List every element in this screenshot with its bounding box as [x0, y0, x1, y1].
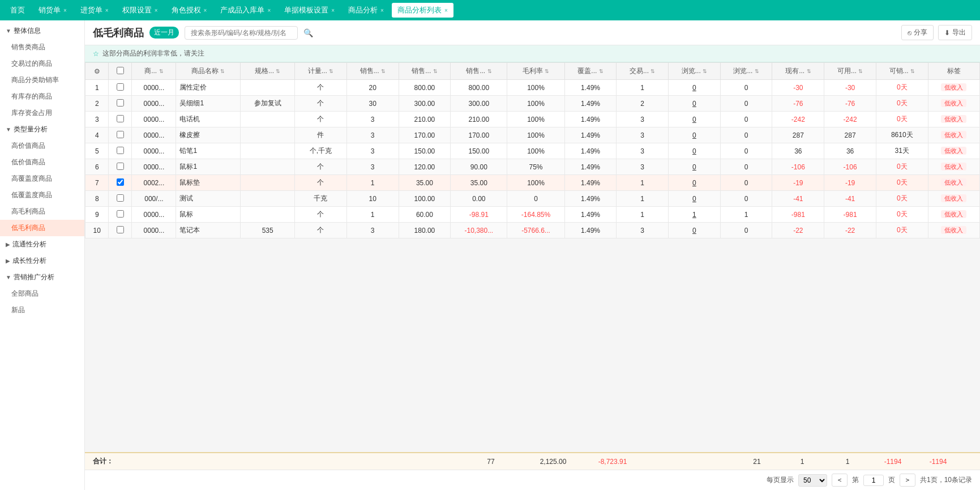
row-checkbox-cell[interactable]	[109, 80, 132, 96]
sidebar-group-type-analysis[interactable]: ▼ 类型量分析	[0, 121, 84, 138]
close-icon[interactable]: ×	[380, 7, 384, 14]
sidebar-item-category-sales-rate[interactable]: 商品分类助销率	[0, 72, 84, 88]
search-icon[interactable]: 🔍	[303, 28, 313, 37]
row-checkbox-cell[interactable]	[109, 191, 132, 207]
row-checkbox-cell[interactable]	[109, 96, 132, 112]
row-browse1[interactable]: 0	[669, 127, 721, 143]
col-stock-avail-header[interactable]: 可用... ⇅	[824, 63, 876, 80]
sidebar-item-sales-goods[interactable]: 销售类商品	[0, 39, 84, 56]
col-unit-header[interactable]: 计量... ⇅	[295, 63, 347, 80]
row-name[interactable]: 橡皮擦	[176, 127, 241, 143]
col-tag-header[interactable]: 标签	[928, 63, 979, 80]
share-button[interactable]: ⎋ 分享	[901, 25, 934, 40]
row-checkbox[interactable]	[117, 210, 124, 218]
sidebar-group-marketing[interactable]: ▼ 营销推广分析	[0, 269, 84, 286]
row-browse1[interactable]: 0	[669, 191, 721, 207]
row-checkbox-cell[interactable]	[109, 143, 132, 159]
col-trade-header[interactable]: 交易... ⇅	[617, 63, 669, 80]
sidebar-item-low-value[interactable]: 低价值商品	[0, 154, 84, 171]
row-checkbox[interactable]	[117, 147, 124, 154]
row-checkbox[interactable]	[117, 131, 124, 138]
row-checkbox-cell[interactable]	[109, 159, 132, 175]
col-stock-cur-header[interactable]: 现有... ⇅	[772, 63, 824, 80]
row-name[interactable]: 鼠标垫	[176, 175, 241, 191]
col-code-header[interactable]: 商... ⇅	[132, 63, 176, 80]
col-settings[interactable]: ⚙	[85, 63, 109, 80]
row-checkbox[interactable]	[117, 163, 124, 170]
sidebar-item-high-coverage[interactable]: 高覆盖度商品	[0, 171, 84, 187]
sidebar-item-stocked-goods[interactable]: 有库存的商品	[0, 88, 84, 105]
row-checkbox-cell[interactable]	[109, 175, 132, 191]
row-name[interactable]: 属性定价	[176, 80, 241, 96]
sidebar-group-growth[interactable]: ▶ 成长性分析	[0, 253, 84, 269]
sidebar-item-all-goods[interactable]: 全部商品	[0, 286, 84, 302]
col-checkbox[interactable]	[109, 63, 132, 80]
row-browse1[interactable]: 0	[669, 175, 721, 191]
next-page-button[interactable]: ＞	[900, 474, 915, 487]
nav-product-analysis[interactable]: 商品分析 ×	[343, 3, 390, 18]
row-browse1[interactable]: 0	[669, 80, 721, 96]
sidebar-item-low-margin[interactable]: 低毛利商品	[0, 220, 84, 236]
row-name[interactable]: 铅笔1	[176, 143, 241, 159]
close-icon[interactable]: ×	[267, 7, 271, 14]
col-stock-sale-header[interactable]: 可销... ⇅	[876, 63, 928, 80]
col-browse1-header[interactable]: 浏览... ⇅	[669, 63, 721, 80]
nav-home[interactable]: 首页	[5, 3, 31, 18]
row-name[interactable]: 吴细细1	[176, 96, 241, 112]
page-number-input[interactable]	[863, 475, 884, 486]
sidebar-item-high-margin[interactable]: 高毛利商品	[0, 203, 84, 220]
close-icon[interactable]: ×	[63, 7, 67, 14]
per-page-select[interactable]: 50 100	[798, 474, 827, 487]
col-spec-header[interactable]: 规格... ⇅	[241, 63, 295, 80]
nav-role-auth[interactable]: 角色授权 ×	[166, 3, 213, 18]
row-browse1[interactable]: 0	[669, 223, 721, 238]
sidebar-item-stock-capital[interactable]: 库存资金占用	[0, 105, 84, 121]
nav-product-analysis-list[interactable]: 商品分析列表 ×	[392, 3, 453, 18]
col-coverage-header[interactable]: 覆盖... ⇅	[564, 63, 617, 80]
row-checkbox[interactable]	[117, 178, 124, 186]
col-sales-amt-header[interactable]: 销售... ⇅	[399, 63, 451, 80]
row-checkbox[interactable]	[117, 99, 124, 106]
col-name-header[interactable]: 商品名称 ⇅	[176, 63, 241, 80]
close-icon[interactable]: ×	[155, 7, 158, 14]
col-browse2-header[interactable]: 浏览... ⇅	[720, 63, 772, 80]
col-gross-rate-header[interactable]: 毛利率 ⇅	[507, 63, 564, 80]
close-icon[interactable]: ×	[444, 7, 448, 14]
prev-page-button[interactable]: ＜	[832, 474, 848, 487]
col-sales-qty-header[interactable]: 销售... ⇅	[346, 63, 399, 80]
nav-product-stock[interactable]: 产成品入库单 ×	[215, 3, 276, 18]
close-icon[interactable]: ×	[105, 7, 109, 14]
sidebar-item-high-value[interactable]: 高价值商品	[0, 138, 84, 154]
row-browse1[interactable]: 0	[669, 143, 721, 159]
row-browse1[interactable]: 0	[669, 96, 721, 112]
close-icon[interactable]: ×	[204, 7, 207, 14]
export-button[interactable]: ⬇ 导出	[938, 25, 972, 40]
row-name[interactable]: 电话机	[176, 112, 241, 127]
select-all-checkbox[interactable]	[117, 67, 124, 74]
row-checkbox-cell[interactable]	[109, 112, 132, 127]
row-name[interactable]: 测试	[176, 191, 241, 207]
row-checkbox-cell[interactable]	[109, 207, 132, 223]
close-icon[interactable]: ×	[331, 7, 335, 14]
row-name[interactable]: 鼠标1	[176, 159, 241, 175]
row-browse1[interactable]: 0	[669, 112, 721, 127]
col-sales-profit-header[interactable]: 销售... ⇅	[451, 63, 507, 80]
row-checkbox[interactable]	[117, 226, 124, 233]
nav-purchase-order[interactable]: 进货单 ×	[75, 3, 114, 18]
sidebar-item-low-coverage[interactable]: 低覆盖度商品	[0, 187, 84, 203]
row-name[interactable]: 鼠标	[176, 207, 241, 223]
row-checkbox-cell[interactable]	[109, 223, 132, 238]
row-checkbox[interactable]	[117, 194, 124, 202]
sidebar-item-traded-goods[interactable]: 交易过的商品	[0, 56, 84, 72]
row-checkbox[interactable]	[117, 115, 124, 122]
row-name[interactable]: 笔记本	[176, 223, 241, 238]
search-input[interactable]	[185, 26, 298, 40]
sidebar-group-overall[interactable]: ▼ 整体信息	[0, 23, 84, 39]
nav-template-settings[interactable]: 单据模板设置 ×	[279, 3, 340, 18]
nav-permission-settings[interactable]: 权限设置 ×	[117, 3, 164, 18]
row-browse1[interactable]: 0	[669, 159, 721, 175]
row-checkbox-cell[interactable]	[109, 127, 132, 143]
sidebar-item-new-goods[interactable]: 新品	[0, 302, 84, 318]
sidebar-group-circulation[interactable]: ▶ 流通性分析	[0, 236, 84, 253]
date-range-badge[interactable]: 近一月	[149, 27, 179, 39]
